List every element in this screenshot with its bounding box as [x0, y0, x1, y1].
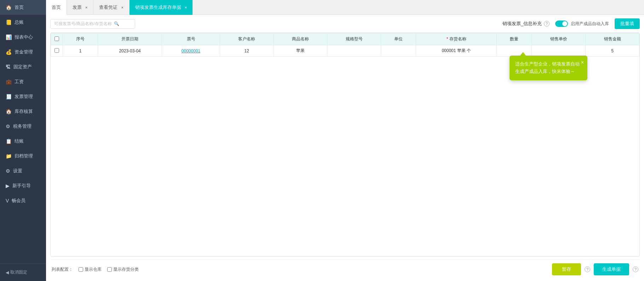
sidebar-item-fixed-assets[interactable]: 🏗 固定资产 [0, 59, 46, 74]
tab-invoice[interactable]: 发票 × [67, 0, 93, 15]
select-all-checkbox[interactable] [54, 36, 59, 41]
toggle-switch[interactable] [555, 21, 568, 27]
row-date: 2023-03-04 [98, 45, 162, 57]
toolbar: 可搜发票号/商品名称/存货名称 🔍 销项发票_信息补充 ? 启用产成品自动入库 … [50, 18, 640, 29]
settings-icon: ⚙ [6, 168, 10, 174]
inventory-icon: 🏠 [6, 109, 12, 114]
show-category-check[interactable]: 显示存货分类 [107, 266, 139, 273]
data-table: 序号 开票日期 票号 客户名称 商品名称 规格型号 单位 存货名称 数量 销售单… [51, 33, 639, 57]
th-qty: 数量 [497, 33, 532, 45]
sidebar-item-archive[interactable]: 📁 归档管理 [0, 149, 46, 164]
th-date: 开票日期 [98, 33, 162, 45]
salary-icon: 💼 [6, 79, 12, 85]
sidebar-item-closing[interactable]: 📋 结账 [0, 134, 46, 149]
tooltip-close-button[interactable]: × [581, 58, 584, 66]
info-icon[interactable]: ? [544, 21, 550, 27]
row-ticket-no[interactable]: 00000001 [162, 45, 220, 57]
row-unit-price [532, 45, 586, 57]
sidebar-item-salary[interactable]: 💼 工资 [0, 74, 46, 89]
toggle-area: 启用产成品自动入库 [555, 21, 609, 27]
th-unit-price: 销售单价 [532, 33, 586, 45]
row-amount: 5 [586, 45, 639, 57]
generate-button[interactable]: 生成单据 [594, 263, 629, 275]
gen-help-icon[interactable]: ? [633, 266, 638, 272]
toolbar-right: 销项发票_信息补充 ? 启用产成品自动入库 批量填 [502, 18, 640, 29]
tab-cancel-invoice[interactable]: 销项发票生成库存单据 × [130, 0, 193, 15]
th-checkbox [51, 33, 63, 45]
tooltip-arrow [520, 52, 526, 56]
bottom-bar: 列表配置： 显示仓库 显示存货分类 暂存 ? 生成单据 ? [50, 259, 640, 277]
sidebar-item-capital[interactable]: 💰 资金管理 [0, 45, 46, 59]
tab-home[interactable]: 首页 [46, 0, 67, 15]
th-amount: 销售金额 [586, 33, 639, 45]
sidebar-bottom: ◀ 取消固定 [0, 263, 46, 281]
home-icon: 🏠 [6, 5, 12, 10]
sidebar-item-report[interactable]: 📊 报表中心 [0, 30, 46, 45]
tab-invoice-close[interactable]: × [85, 5, 87, 10]
row-inventory: 000001 苹果 个 [416, 45, 497, 57]
search-icon[interactable]: 🔍 [114, 21, 119, 26]
undo-icon: ◀ [6, 270, 9, 275]
undo-fixed-button[interactable]: ◀ 取消固定 [0, 266, 46, 278]
tooltip-popup: × 适合生产型企业，销项发票自动生成产成品入库，快来体验～ [510, 56, 587, 80]
row-seq: 1 [63, 45, 98, 57]
tab-cancel-invoice-close[interactable]: × [185, 5, 187, 10]
info-label: 销项发票_信息补充 ? [502, 21, 550, 27]
row-customer: 12 [220, 45, 274, 57]
sidebar: 🏠 首页 📒 总账 📊 报表中心 💰 资金管理 🏗 固定资产 💼 工资 🧾 发票… [0, 0, 46, 281]
row-unit [381, 45, 416, 57]
ledger-icon: 📒 [6, 19, 12, 25]
sidebar-item-home[interactable]: 🏠 首页 [0, 0, 46, 15]
sidebar-item-guide[interactable]: ▶ 新手引导 [0, 178, 46, 193]
row-qty [497, 45, 532, 57]
save-help-icon[interactable]: ? [585, 266, 590, 272]
sidebar-item-settings[interactable]: ⚙ 设置 [0, 164, 46, 178]
row-spec [327, 45, 381, 57]
show-category-checkbox[interactable] [107, 267, 112, 272]
archive-icon: 📁 [6, 153, 12, 159]
th-product: 商品名称 [274, 33, 327, 45]
tab-bar: 首页 发票 × 查看凭证 × 销项发票生成库存单据 × [46, 0, 644, 15]
closing-icon: 📋 [6, 138, 12, 144]
th-customer: 客户名称 [220, 33, 274, 45]
table-row: 1 2023-03-04 00000001 12 苹果 000001 苹果 个 … [51, 45, 639, 57]
sidebar-item-tax[interactable]: ⚙ 税务管理 [0, 119, 46, 134]
main-area: 首页 发票 × 查看凭证 × 销项发票生成库存单据 × 可搜发票号/商品名称/存… [46, 0, 644, 281]
table-header: 序号 开票日期 票号 客户名称 商品名称 规格型号 单位 存货名称 数量 销售单… [51, 33, 639, 45]
table-body: 1 2023-03-04 00000001 12 苹果 000001 苹果 个 … [51, 45, 639, 57]
content-area: 可搜发票号/商品名称/存货名称 🔍 销项发票_信息补充 ? 启用产成品自动入库 … [46, 15, 644, 281]
th-spec: 规格型号 [327, 33, 381, 45]
th-unit: 单位 [381, 33, 416, 45]
guide-icon: ▶ [6, 183, 10, 189]
report-icon: 📊 [6, 34, 12, 40]
save-button[interactable]: 暂存 [552, 263, 581, 275]
vip-icon: V [6, 198, 9, 203]
tab-voucher-close[interactable]: × [121, 5, 123, 10]
sidebar-item-invoice-mgmt[interactable]: 🧾 发票管理 [0, 89, 46, 104]
toggle-knob [562, 21, 567, 26]
sidebar-item-inventory[interactable]: 🏠 库存核算 [0, 104, 46, 119]
list-config: 列表配置： 显示仓库 显示存货分类 [52, 266, 139, 273]
row-checkbox[interactable] [54, 48, 59, 53]
search-box[interactable]: 可搜发票号/商品名称/存货名称 🔍 [50, 19, 135, 29]
batch-fill-button[interactable]: 批量填 [615, 18, 640, 29]
invoice-mgmt-icon: 🧾 [6, 94, 12, 99]
bottom-actions: 暂存 ? 生成单据 ? [552, 263, 638, 275]
capital-icon: 💰 [6, 49, 12, 55]
search-placeholder-text: 可搜发票号/商品名称/存货名称 [54, 21, 112, 27]
th-ticket-no: 票号 [162, 33, 220, 45]
sidebar-item-ledger[interactable]: 📒 总账 [0, 15, 46, 30]
th-seq: 序号 [63, 33, 98, 45]
row-checkbox-cell [51, 45, 63, 57]
th-inventory: 存货名称 [416, 33, 497, 45]
tab-voucher[interactable]: 查看凭证 × [93, 0, 129, 15]
show-warehouse-check[interactable]: 显示仓库 [79, 266, 102, 273]
row-product: 苹果 [274, 45, 327, 57]
fixed-assets-icon: 🏗 [6, 64, 11, 70]
sidebar-item-vip[interactable]: V 畅会员 [0, 193, 46, 208]
show-warehouse-checkbox[interactable] [79, 267, 83, 272]
tax-icon: ⚙ [6, 124, 10, 129]
